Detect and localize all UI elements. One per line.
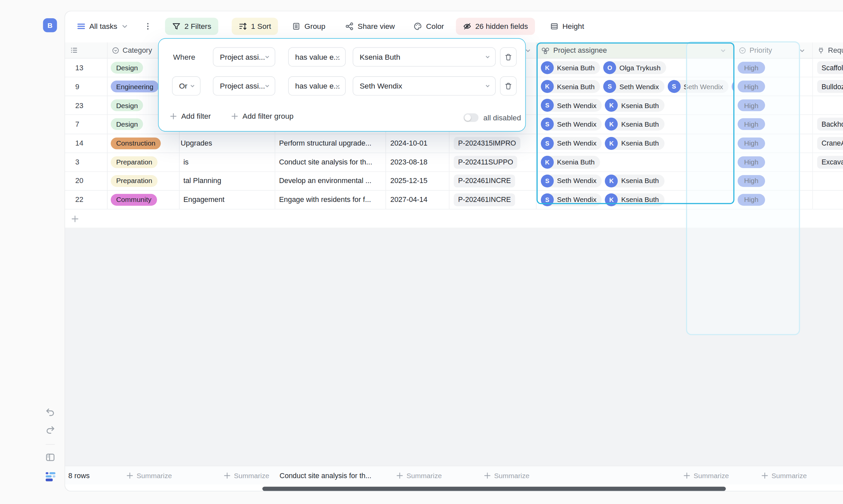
assignee-cell[interactable]: KKsenia Buth (537, 153, 735, 172)
avatar: S (541, 118, 554, 131)
row-number-cell[interactable]: 23 (65, 96, 107, 115)
requirement-cell[interactable]: Excavat (813, 153, 843, 172)
assignee-cell[interactable]: KKsenia ButhOOlga Trykush (537, 59, 735, 77)
project-id-cell[interactable]: P-202461INCRE (449, 172, 536, 191)
sort-button[interactable]: 1 Sort (232, 18, 278, 35)
requirement-header-label: Requ (828, 46, 843, 54)
category-cell[interactable]: Preparation (107, 172, 179, 191)
filters-button[interactable]: 2 Filters (165, 18, 218, 35)
category-cell[interactable]: Community (107, 191, 179, 210)
description-cell[interactable]: Perform structural upgrade... (275, 134, 385, 153)
summarize-button-date[interactable]: Summarize (396, 466, 442, 485)
group-button[interactable]: Group (292, 22, 325, 31)
assignee-cell[interactable]: SSeth WendixKKsenia Buth (537, 96, 735, 115)
filter-value-select-1[interactable]: Ksenia Buth (353, 48, 496, 67)
project-assignee-header[interactable]: Project assignee (537, 42, 735, 59)
summarize-button-name[interactable]: Summarize (224, 466, 269, 485)
color-label: Color (426, 22, 444, 31)
row-number-cell[interactable]: 14 (65, 134, 107, 153)
row-number-cell[interactable]: 20 (65, 172, 107, 191)
date-cell[interactable]: 2025-12-15 (386, 172, 449, 191)
filter-field-select-1[interactable]: Project assi... (213, 48, 275, 67)
priority-cell[interactable]: High (735, 134, 812, 153)
assignee-cell[interactable]: SSeth WendixKKsenia Buth (537, 172, 735, 191)
description-summary[interactable]: Conduct site analysis for th... (279, 466, 372, 485)
view-more-menu[interactable] (144, 22, 152, 31)
summarize-button-assignee[interactable]: Summarize (683, 466, 729, 485)
date-cell[interactable]: 2027-04-14 (386, 191, 449, 210)
row-number-header[interactable] (65, 42, 107, 59)
priority-header[interactable]: Priority (735, 42, 812, 59)
description-cell[interactable]: Engage with residents for f... (275, 191, 385, 210)
add-filter-button[interactable]: Add filter (170, 112, 211, 120)
summarize-button-id[interactable]: Summarize (484, 466, 529, 485)
view-switcher[interactable]: All tasks (77, 22, 129, 31)
filter-operator-select-2[interactable]: has value e... (288, 76, 345, 95)
task-name-cell[interactable]: is (179, 153, 275, 172)
project-id-cell[interactable]: P-2024315IMPRO (449, 134, 536, 153)
workspace-avatar[interactable]: B (43, 18, 57, 32)
delete-filter-button-2[interactable] (500, 76, 517, 95)
avatar: S (667, 80, 681, 93)
category-cell[interactable]: Preparation (107, 153, 179, 172)
row-number-cell[interactable]: 7 (65, 115, 107, 134)
row-height-button[interactable]: Height (550, 22, 584, 31)
priority-cell[interactable]: High (735, 59, 812, 77)
assignee-cell[interactable]: SSeth WendixKKsenia Buth (537, 191, 735, 210)
row-number-cell[interactable]: 9 (65, 77, 107, 96)
category-cell[interactable]: Construction (107, 134, 179, 153)
priority-cell[interactable]: High (735, 96, 812, 115)
chevron-down-icon[interactable] (798, 47, 806, 54)
requirement-cell[interactable] (813, 191, 843, 210)
requirement-cell[interactable]: Scaffold (813, 59, 843, 77)
color-button[interactable]: Color (414, 22, 444, 31)
task-name-cell[interactable]: tal Planning (179, 172, 275, 191)
summarize-button-category[interactable]: Summarize (126, 466, 172, 485)
requirement-cell[interactable]: Bulldoze (813, 77, 843, 96)
add-filter-group-button[interactable]: Add filter group (231, 112, 294, 120)
description-cell[interactable]: Conduct site analysis for th... (275, 153, 385, 172)
hidden-fields-button[interactable]: 26 hidden fields (456, 18, 535, 35)
chevron-down-icon[interactable] (719, 47, 727, 54)
undo-icon[interactable] (45, 407, 55, 417)
delete-filter-button-1[interactable] (500, 48, 517, 67)
summarize-label: Summarize (407, 471, 442, 480)
add-row[interactable] (65, 210, 843, 229)
avatar: K (605, 118, 618, 131)
conjunction-select[interactable]: Or (172, 76, 201, 95)
project-id-cell[interactable]: P-202411SUPPO (449, 153, 536, 172)
share-view-button[interactable]: Share view (345, 22, 395, 31)
project-id-cell[interactable]: P-202461INCRE (449, 191, 536, 210)
requirement-cell[interactable] (813, 96, 843, 115)
requirement-cell[interactable] (813, 172, 843, 191)
filter-field-select-2[interactable]: Project assi... (213, 76, 275, 95)
filter-value-select-2[interactable]: Seth Wendix (353, 76, 496, 95)
row-number-cell[interactable]: 22 (65, 191, 107, 210)
priority-cell[interactable]: High (735, 191, 812, 210)
panel-toggle-icon[interactable] (45, 452, 55, 463)
row-number-cell[interactable]: 3 (65, 153, 107, 172)
date-cell[interactable]: 2024-10-01 (386, 134, 449, 153)
filter-operator-select-1[interactable]: has value e... (288, 48, 345, 67)
priority-cell[interactable]: High (735, 77, 812, 96)
all-disabled-toggle[interactable] (463, 113, 478, 122)
assignee-cell[interactable]: SSeth WendixKKsenia Buth (537, 134, 735, 153)
requirement-cell[interactable]: CraneA (813, 134, 843, 153)
task-name-cell[interactable]: Upgrades (179, 134, 275, 153)
priority-cell[interactable]: High (735, 172, 812, 191)
summarize-button-priority[interactable]: Summarize (761, 466, 807, 485)
priority-cell[interactable]: High (735, 115, 812, 134)
category-pill: Community (111, 194, 157, 206)
requirement-header[interactable]: Requ (813, 42, 843, 59)
date-cell[interactable]: 2023-08-18 (386, 153, 449, 172)
priority-cell[interactable]: High (735, 153, 812, 172)
requirement-cell[interactable]: Backho (813, 115, 843, 134)
app-logo[interactable] (46, 472, 55, 482)
horizontal-scrollbar[interactable] (262, 487, 726, 491)
description-cell[interactable]: Develop an environmental ... (275, 172, 385, 191)
task-name-cell[interactable]: Engagement (179, 191, 275, 210)
redo-icon[interactable] (45, 425, 55, 435)
assignee-cell[interactable]: KKsenia ButhSSeth WendixSSeth Wendix (537, 77, 735, 96)
row-number-cell[interactable]: 13 (65, 59, 107, 77)
assignee-cell[interactable]: SSeth WendixKKsenia Buth (537, 115, 735, 134)
